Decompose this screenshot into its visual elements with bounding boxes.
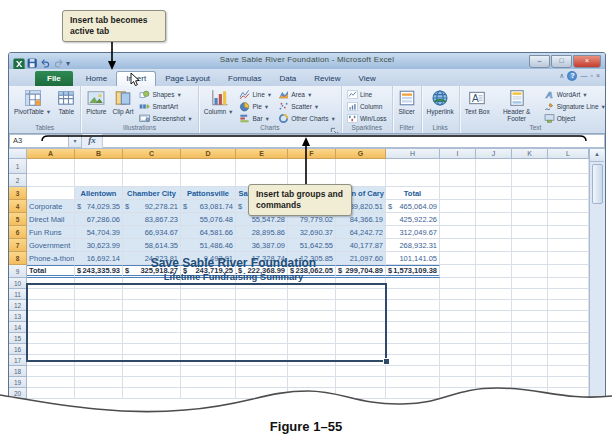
cell-A6[interactable]: Fun Runs — [27, 226, 75, 239]
cell-A15[interactable] — [27, 333, 75, 344]
cell-L6[interactable] — [548, 226, 589, 239]
cell-K10[interactable] — [512, 278, 548, 289]
cell-K8[interactable] — [512, 252, 548, 265]
cell-E16[interactable] — [236, 344, 288, 355]
cell-H10[interactable] — [386, 278, 440, 289]
cell-L10[interactable] — [548, 278, 589, 289]
cell-D9[interactable]: $243,719.25 — [181, 265, 236, 278]
cell-E8[interactable]: 17,328.74 — [236, 252, 288, 265]
column-header-i[interactable]: I — [440, 149, 476, 159]
hyperlink-button[interactable]: Hyperlink — [425, 88, 456, 116]
cell-L5[interactable] — [548, 213, 589, 226]
name-box[interactable]: A3 — [9, 134, 69, 148]
column-header-c[interactable]: C — [123, 149, 181, 159]
cell-J5[interactable] — [476, 213, 512, 226]
row-header-9[interactable]: 9 — [9, 265, 27, 278]
cell-K6[interactable] — [512, 226, 548, 239]
cell-D2[interactable] — [181, 174, 236, 187]
tab-page-layout[interactable]: Page Layout — [156, 72, 219, 86]
close-button[interactable]: × — [573, 55, 601, 68]
cell-D7[interactable]: 51,486.46 — [181, 239, 236, 252]
cell-J20[interactable] — [476, 388, 512, 399]
cell-L18[interactable] — [548, 366, 589, 377]
column-header-k[interactable]: K — [512, 149, 548, 159]
cell-I3[interactable] — [440, 187, 476, 200]
cell-G10[interactable] — [336, 278, 386, 289]
cell-C10[interactable] — [123, 278, 181, 289]
pie-button[interactable]: Pie▼ — [237, 101, 274, 112]
pivottable-button[interactable]: PivotTable ▼ — [12, 88, 53, 116]
cell-L8[interactable] — [548, 252, 589, 265]
cell-J13[interactable] — [476, 311, 512, 322]
cell-B14[interactable] — [75, 322, 123, 333]
cell-G9[interactable]: $299,704.89 — [336, 265, 386, 278]
cell-I20[interactable] — [440, 388, 476, 399]
row-header-11[interactable]: 11 — [9, 289, 27, 300]
cell-F14[interactable] — [288, 322, 336, 333]
row-header-15[interactable]: 15 — [9, 333, 27, 344]
column-header-b[interactable]: B — [75, 149, 123, 159]
cell-E9[interactable]: $222,368.99 — [236, 265, 288, 278]
cell-L19[interactable] — [548, 377, 589, 388]
win-loss-button[interactable]: Win/Loss — [345, 113, 389, 124]
column-header-l[interactable]: L — [548, 149, 589, 159]
cell-A7[interactable]: Government — [27, 239, 75, 252]
cell-J3[interactable] — [476, 187, 512, 200]
cell-L13[interactable] — [548, 311, 589, 322]
cell-K20[interactable] — [512, 388, 548, 399]
cell-B16[interactable] — [75, 344, 123, 355]
cell-D1[interactable] — [181, 159, 236, 174]
cell-K18[interactable] — [512, 366, 548, 377]
cell-B3[interactable]: Allentown — [75, 187, 123, 200]
cell-I15[interactable] — [440, 333, 476, 344]
row-header-3[interactable]: 3 — [9, 187, 27, 200]
column-button[interactable]: Column — [345, 101, 389, 112]
cell-K2[interactable] — [512, 174, 548, 187]
cell-C13[interactable] — [123, 311, 181, 322]
cell-A9[interactable]: Total — [27, 265, 75, 278]
cell-K4[interactable] — [512, 200, 548, 213]
cell-D18[interactable] — [181, 366, 236, 377]
cell-I11[interactable] — [440, 289, 476, 300]
cell-L15[interactable] — [548, 333, 589, 344]
cell-A20[interactable] — [27, 388, 75, 399]
help-button[interactable]: ? — [567, 71, 577, 81]
slicer-button[interactable]: Slicer — [396, 88, 418, 116]
cell-E19[interactable] — [236, 377, 288, 388]
cell-G19[interactable] — [336, 377, 386, 388]
cell-I8[interactable] — [440, 252, 476, 265]
cell-E18[interactable] — [236, 366, 288, 377]
cell-B11[interactable] — [75, 289, 123, 300]
signature-line-button[interactable]: Signature Line▼ — [542, 101, 605, 112]
row-header-7[interactable]: 7 — [9, 239, 27, 252]
cell-C4[interactable]: $92,278.21 — [123, 200, 181, 213]
cell-F7[interactable]: 51,642.55 — [288, 239, 336, 252]
cell-B15[interactable] — [75, 333, 123, 344]
column-header-h[interactable]: H — [386, 149, 440, 159]
cell-F1[interactable] — [288, 159, 336, 174]
row-header-20[interactable]: 20 — [9, 388, 27, 399]
cell-E11[interactable] — [236, 289, 288, 300]
cell-D12[interactable] — [181, 300, 236, 311]
wordart-button[interactable]: AWordArt▼ — [542, 89, 605, 100]
cell-E20[interactable] — [236, 388, 288, 399]
maximize-button[interactable]: □ — [551, 55, 572, 68]
clip-art-button[interactable]: Clip Art — [110, 88, 135, 116]
row-header-8[interactable]: 8 — [9, 252, 27, 265]
cell-I16[interactable] — [440, 344, 476, 355]
table-button[interactable]: Table — [55, 88, 77, 116]
cell-A14[interactable] — [27, 322, 75, 333]
name-box-dropdown-icon[interactable]: ▾ — [69, 134, 82, 148]
line-button[interactable]: Line▼ — [237, 89, 274, 100]
row-header-6[interactable]: 6 — [9, 226, 27, 239]
cell-F11[interactable] — [288, 289, 336, 300]
cell-C3[interactable]: Chamber City — [123, 187, 181, 200]
cell-L3[interactable] — [548, 187, 589, 200]
cell-B18[interactable] — [75, 366, 123, 377]
cell-F10[interactable] — [288, 278, 336, 289]
picture-button[interactable]: Picture — [84, 88, 108, 116]
cell-I6[interactable] — [440, 226, 476, 239]
cell-B2[interactable] — [75, 174, 123, 187]
cell-E14[interactable] — [236, 322, 288, 333]
cell-C16[interactable] — [123, 344, 181, 355]
